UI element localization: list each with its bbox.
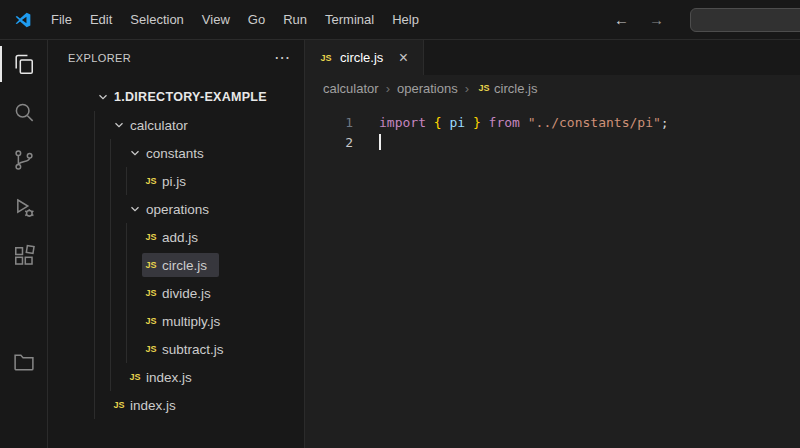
sidebar-item-run-and-debug[interactable] bbox=[0, 184, 47, 232]
indent-guide bbox=[110, 363, 126, 391]
menu-help[interactable]: Help bbox=[383, 0, 428, 40]
close-icon[interactable]: × bbox=[393, 48, 413, 68]
js-file-icon: JS bbox=[142, 260, 160, 270]
sidebar-header: EXPLORER ⋯ bbox=[48, 40, 304, 75]
indent-guide bbox=[94, 223, 110, 251]
indent-guide bbox=[94, 167, 110, 195]
tree-item-add-js[interactable]: JSadd.js bbox=[48, 223, 304, 251]
tab-circle-js[interactable]: JS circle.js × bbox=[305, 40, 424, 75]
tree-item-multiply-js[interactable]: JSmultiply.js bbox=[48, 307, 304, 335]
line-number: 1 bbox=[305, 113, 353, 133]
tree-item-content: 1.DIRECTORY-EXAMPLE bbox=[94, 85, 275, 109]
tree-item-divide-js[interactable]: JSdivide.js bbox=[48, 279, 304, 307]
indent-guide bbox=[94, 335, 110, 363]
tree-item-subtract-js[interactable]: JSsubtract.js bbox=[48, 335, 304, 363]
menu-view[interactable]: View bbox=[193, 0, 239, 40]
breadcrumb-label: calculator bbox=[323, 81, 379, 96]
sidebar-item-extensions[interactable] bbox=[0, 232, 47, 280]
vscode-logo-icon bbox=[14, 11, 32, 29]
menu-edit[interactable]: Edit bbox=[81, 0, 121, 40]
indent-guide bbox=[94, 391, 110, 419]
sidebar-item-explorer[interactable] bbox=[0, 40, 47, 88]
indent-guide bbox=[126, 251, 142, 279]
indent-guide bbox=[110, 279, 126, 307]
indent-guide bbox=[110, 139, 126, 167]
tree-item-label: pi.js bbox=[162, 174, 186, 189]
title-bar: FileEditSelectionViewGoRunTerminalHelp ←… bbox=[0, 0, 800, 40]
breadcrumb-item-calculator[interactable]: calculator bbox=[323, 81, 379, 96]
code-line-2[interactable]: 2 bbox=[305, 133, 800, 153]
indent-guide bbox=[110, 307, 126, 335]
breadcrumb-label: operations bbox=[397, 81, 458, 96]
titlebar-right: ← → bbox=[604, 8, 800, 32]
tab-label: circle.js bbox=[340, 50, 383, 65]
menu-selection[interactable]: Selection bbox=[121, 0, 192, 40]
menu-go[interactable]: Go bbox=[239, 0, 274, 40]
line-number: 2 bbox=[305, 133, 353, 153]
tree-item-content: JSmultiply.js bbox=[142, 309, 228, 333]
activity-bar bbox=[0, 40, 48, 448]
back-icon[interactable]: ← bbox=[604, 11, 639, 28]
breadcrumb-label: circle.js bbox=[494, 81, 537, 96]
chevron-down-icon bbox=[126, 201, 144, 217]
indent-guide bbox=[94, 139, 110, 167]
js-file-icon: JS bbox=[476, 83, 492, 93]
menu-file[interactable]: File bbox=[42, 0, 81, 40]
tree-item-index-js[interactable]: JSindex.js bbox=[48, 391, 304, 419]
search-icon bbox=[11, 99, 37, 125]
menu-run[interactable]: Run bbox=[274, 0, 316, 40]
tree-item-constants[interactable]: constants bbox=[48, 139, 304, 167]
sidebar-item-search[interactable] bbox=[0, 88, 47, 136]
tree-item-label: add.js bbox=[162, 230, 198, 245]
indent-guide bbox=[110, 335, 126, 363]
tree-item-circle-js[interactable]: JScircle.js bbox=[48, 251, 304, 279]
js-file-icon: JS bbox=[142, 316, 160, 326]
files-icon bbox=[11, 51, 37, 77]
indent-guide bbox=[126, 167, 142, 195]
extensions-icon bbox=[11, 243, 37, 269]
breadcrumb-item-operations[interactable]: operations bbox=[397, 81, 458, 96]
indent-guide bbox=[110, 167, 126, 195]
sidebar-item-folder[interactable] bbox=[0, 338, 47, 386]
forward-icon[interactable]: → bbox=[639, 11, 674, 28]
text-cursor bbox=[379, 134, 381, 150]
indent-guide bbox=[126, 279, 142, 307]
run-and-debug-icon bbox=[11, 195, 37, 221]
tree-item-pi-js[interactable]: JSpi.js bbox=[48, 167, 304, 195]
chevron-down-icon bbox=[110, 117, 128, 133]
more-actions-icon[interactable]: ⋯ bbox=[274, 50, 290, 66]
tree-item-label: calculator bbox=[130, 118, 188, 133]
tree-item-index-js[interactable]: JSindex.js bbox=[48, 363, 304, 391]
indent-guide bbox=[126, 307, 142, 335]
editor-group: JS circle.js × calculator›operations›JSc… bbox=[305, 40, 800, 448]
tree-item-content: JSadd.js bbox=[142, 225, 206, 249]
indent-guide bbox=[94, 363, 110, 391]
breadcrumb-separator: › bbox=[386, 81, 390, 96]
js-file-icon: JS bbox=[142, 176, 160, 186]
js-file-icon: JS bbox=[142, 344, 160, 354]
indent-guide bbox=[94, 251, 110, 279]
file-tree: 1.DIRECTORY-EXAMPLEcalculatorconstantsJS… bbox=[48, 75, 304, 419]
indent-guide bbox=[110, 223, 126, 251]
breadcrumb-item-circle-js[interactable]: JScircle.js bbox=[476, 81, 537, 96]
js-file-icon: JS bbox=[142, 288, 160, 298]
breadcrumb: calculator›operations›JScircle.js bbox=[305, 75, 800, 101]
menu-terminal[interactable]: Terminal bbox=[316, 0, 383, 40]
tree-item-content: JSpi.js bbox=[142, 169, 194, 193]
code-editor[interactable]: 1import { pi } from "../constants/pi";2 bbox=[305, 101, 800, 448]
js-file-icon: JS bbox=[110, 400, 128, 410]
source-control-icon bbox=[11, 147, 37, 173]
sidebar-item-source-control[interactable] bbox=[0, 136, 47, 184]
tab-bar: JS circle.js × bbox=[305, 40, 800, 75]
tree-item-label: operations bbox=[146, 202, 209, 217]
tree-item-1-directory-example[interactable]: 1.DIRECTORY-EXAMPLE bbox=[48, 83, 304, 111]
code-line-1[interactable]: 1import { pi } from "../constants/pi"; bbox=[305, 113, 800, 133]
indent-guide bbox=[94, 307, 110, 335]
indent-guide bbox=[94, 111, 110, 139]
indent-guide bbox=[94, 195, 110, 223]
indent-guide bbox=[126, 335, 142, 363]
tree-item-calculator[interactable]: calculator bbox=[48, 111, 304, 139]
tree-item-operations[interactable]: operations bbox=[48, 195, 304, 223]
command-center-search[interactable] bbox=[690, 8, 800, 32]
indent-guide bbox=[110, 195, 126, 223]
